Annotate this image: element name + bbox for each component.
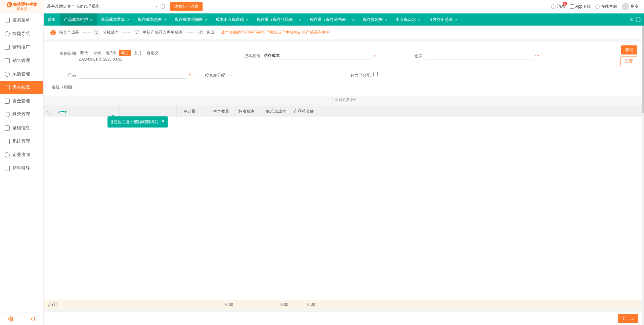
table-body-empty xyxy=(44,117,644,300)
tab-close-icon[interactable]: ✕ xyxy=(385,18,388,22)
service-label: 在线客服 xyxy=(601,4,617,9)
chevron-down-icon[interactable]: ⌵ xyxy=(373,52,376,58)
sidebar-item-label: 采购管理 xyxy=(12,71,30,77)
step-label-1: 分摊成本 xyxy=(103,30,119,35)
date-option-3[interactable]: 本月 xyxy=(119,50,131,56)
scrollbar-thumb[interactable] xyxy=(642,26,644,113)
sidebar-item-10[interactable]: 企业协同 xyxy=(0,148,43,161)
tab-close-icon[interactable]: ✕ xyxy=(90,18,93,22)
tab-10[interactable]: 收发存汇总表✕ xyxy=(425,13,462,26)
step-separator xyxy=(83,32,91,33)
tab-2[interactable]: 商品成本重算✕ xyxy=(97,13,134,26)
remark-label: 备注（明细） xyxy=(50,83,76,90)
message-link[interactable]: 消息 6 xyxy=(551,4,565,9)
next-step-button[interactable]: 下一步 xyxy=(618,314,638,323)
col-product-amount[interactable]: 产品总金额 xyxy=(291,106,644,117)
sidebar-item-4[interactable]: 采购管理 xyxy=(0,67,43,81)
bottom-bar: 下一步 xyxy=(44,312,644,325)
sidebar-icon xyxy=(5,125,10,131)
sidebar-item-7[interactable]: 经营管理 xyxy=(0,108,43,121)
footer-qty: 0.00 xyxy=(206,302,236,307)
sidebar-item-9[interactable]: 系统管理 xyxy=(0,135,43,148)
date-option-2[interactable]: 近7天 xyxy=(104,50,118,56)
sidebar-item-5[interactable]: 库存核算 xyxy=(0,81,43,94)
sidebar-item-0[interactable]: 搜索菜单 xyxy=(0,13,43,27)
collapse-filters-button[interactable]: ⌃ 收起更多条件 xyxy=(44,96,644,104)
sidebar-icon xyxy=(5,139,10,144)
date-option-0[interactable]: 昨天 xyxy=(79,50,90,56)
col-main-unit[interactable]: 主计量 xyxy=(177,106,206,117)
sidebar-item-2[interactable]: 营销推广 xyxy=(0,40,43,54)
app-download-link[interactable]: App下载 xyxy=(570,4,591,9)
tab-3[interactable]: 库存成本总账✕ xyxy=(134,13,171,26)
tab-close-icon[interactable]: ✕ xyxy=(418,18,421,22)
include-allocated-checkbox[interactable] xyxy=(373,72,378,76)
user-menu[interactable]: 用友 xyxy=(622,3,639,10)
svg-point-0 xyxy=(10,318,11,320)
tab-close-icon[interactable]: ✕ xyxy=(352,18,355,22)
date-option-5[interactable]: 自定义 xyxy=(145,50,160,56)
warehouse-label: 仓库 xyxy=(397,52,422,59)
sidebar-item-6[interactable]: 资金管理 xyxy=(0,94,43,108)
sidebar-item-label: 搜索菜单 xyxy=(12,17,30,23)
fullscreen-icon[interactable]: ⛶ xyxy=(636,17,641,22)
phone-icon xyxy=(570,4,574,9)
user-name: 用友 xyxy=(631,4,639,9)
warehouse-input[interactable] xyxy=(425,52,532,60)
step-separator xyxy=(122,32,130,33)
experience-button[interactable]: 体验行业方案 xyxy=(170,2,203,11)
tab-close-icon[interactable]: ✕ xyxy=(205,18,208,22)
detail-toggle-button[interactable] xyxy=(55,106,66,117)
date-option-1[interactable]: 今天 xyxy=(91,50,103,56)
sidebar-item-label: 基础信息 xyxy=(12,125,30,131)
tab-0[interactable]: 首页 xyxy=(44,13,60,26)
date-option-4[interactable]: 上月 xyxy=(132,50,143,56)
tab-7[interactable]: 现存量（库存分布表）✕ xyxy=(306,13,359,26)
remark-input[interactable] xyxy=(79,83,495,91)
sidebar-item-3[interactable]: 销售管理 xyxy=(0,54,43,67)
col-std-total[interactable]: 标准总成本 xyxy=(263,106,291,117)
sidebar-item-1[interactable]: 快捷导航 xyxy=(0,27,43,40)
tab-1[interactable]: 产品成本维护✕ xyxy=(60,13,97,26)
tooltip-close-icon[interactable]: ✕ xyxy=(161,118,165,123)
settings-button[interactable]: 设置 xyxy=(620,57,637,66)
avatar-icon xyxy=(622,3,629,10)
col-qty[interactable]: 生产数量 xyxy=(206,106,236,117)
sidebar-item-label: 经营管理 xyxy=(12,111,30,117)
tab-5[interactable]: 成本出入库跟踪✕ xyxy=(212,13,253,26)
sidebar-item-8[interactable]: 基础信息 xyxy=(0,121,43,135)
column-config-button[interactable] xyxy=(44,106,55,117)
date-label: 单据日期 xyxy=(50,50,76,57)
query-button[interactable]: 查询 xyxy=(621,45,637,55)
tab-close-icon[interactable]: ✕ xyxy=(455,18,458,22)
close-tabs-icon[interactable]: ✕ xyxy=(629,17,633,22)
tab-8[interactable]: 库存批次账✕ xyxy=(359,13,392,26)
collapse-sidebar-icon[interactable] xyxy=(30,316,35,322)
step-separator xyxy=(186,32,194,33)
app-label: App下载 xyxy=(575,4,591,9)
steps-note: 成本更新的范围中不包括已月结或已生成凭证的产成品入库单 xyxy=(221,30,330,35)
tab-close-icon[interactable]: ✕ xyxy=(164,18,167,22)
tab-9[interactable]: 出入库流水✕ xyxy=(392,13,425,26)
by-warehouse-checkbox[interactable] xyxy=(228,72,232,76)
tab-close-icon[interactable]: ✕ xyxy=(127,18,130,22)
gear-icon[interactable] xyxy=(161,4,165,9)
product-input[interactable] xyxy=(79,71,186,79)
online-service-link[interactable]: 在线客服 xyxy=(595,4,617,9)
col-std-cost[interactable]: 标准成本 xyxy=(236,106,263,117)
cost-std-select[interactable] xyxy=(263,52,371,60)
warehouse-more-icon[interactable]: … xyxy=(535,52,540,57)
product-more-icon[interactable]: … xyxy=(189,71,194,76)
tab-close-icon[interactable]: ✕ xyxy=(299,18,302,22)
scrollbar[interactable] xyxy=(642,26,644,325)
tab-6[interactable]: 现存量（库存状况表）✕ xyxy=(253,13,306,26)
sidebar-item-label: 营销推广 xyxy=(12,44,30,50)
system-selector[interactable]: 装备及固定资产辅助管理系统 xyxy=(47,4,165,9)
sidebar-item-label: 新手引导 xyxy=(12,165,30,171)
sidebar-icon xyxy=(5,31,10,36)
system-name: 装备及固定资产辅助管理系统 xyxy=(47,4,99,9)
sidebar-item-11[interactable]: 新手引导 xyxy=(0,161,43,175)
tab-4[interactable]: 库存成本明细账✕ xyxy=(171,13,212,26)
tab-close-icon[interactable]: ✕ xyxy=(246,18,249,22)
settings-icon[interactable] xyxy=(8,316,13,322)
